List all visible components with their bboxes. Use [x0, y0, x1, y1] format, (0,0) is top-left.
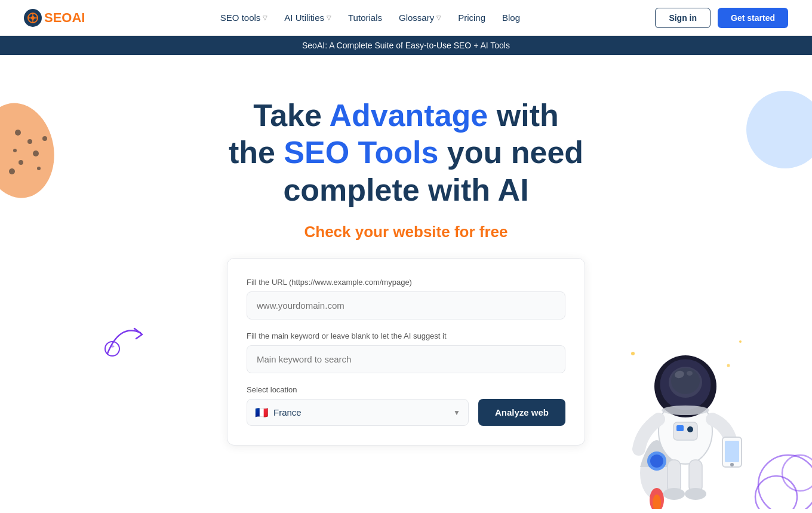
blob-top-right	[746, 91, 812, 168]
chevron-down-icon: ▽	[263, 14, 267, 21]
nav-pricing[interactable]: Pricing	[458, 13, 485, 23]
svg-point-8	[19, 160, 23, 165]
nav-glossary[interactable]: Glossary ▽	[399, 13, 441, 23]
hero-title: Take Advantage with the SEO Tools you ne…	[229, 97, 583, 208]
svg-rect-33	[725, 441, 739, 462]
svg-point-28	[671, 368, 700, 394]
astronaut-illustration	[597, 246, 764, 509]
keyword-input[interactable]	[247, 345, 565, 373]
chevron-down-icon: ▽	[327, 14, 331, 21]
svg-point-15	[782, 455, 812, 491]
svg-point-41	[727, 364, 730, 367]
keyword-field-label: Fill the main keyword or leave blank to …	[247, 331, 565, 340]
svg-rect-35	[668, 460, 681, 493]
svg-point-38	[685, 488, 706, 500]
nav-ai-utilities[interactable]: AI Utilities ▽	[284, 13, 331, 23]
svg-point-10	[9, 168, 15, 174]
svg-point-7	[33, 150, 39, 156]
decorative-dots	[6, 121, 54, 180]
logo-icon	[24, 9, 42, 27]
get-started-button[interactable]: Get started	[718, 8, 788, 28]
nav-links: SEO tools ▽ AI Utilities ▽ Tutorials Glo…	[220, 13, 520, 23]
url-input[interactable]	[247, 291, 565, 320]
url-field-label: Fill the URL (https://www.example.com/my…	[247, 278, 565, 287]
signin-button[interactable]: Sign in	[655, 8, 710, 28]
svg-point-34	[730, 463, 734, 466]
svg-rect-36	[689, 460, 702, 493]
nav-seo-tools[interactable]: SEO tools ▽	[220, 13, 268, 23]
analyze-button[interactable]: Analyze web	[478, 399, 565, 426]
svg-point-39	[631, 352, 635, 355]
nav-tutorials[interactable]: Tutorials	[348, 13, 382, 23]
svg-point-37	[663, 488, 685, 500]
hero-subtitle: Check your website for free	[304, 223, 508, 241]
navbar: SEOAI SEO tools ▽ AI Utilities ▽ Tutoria…	[0, 0, 812, 36]
svg-point-20	[650, 454, 663, 468]
analysis-form-card: Fill the URL (https://www.example.com/my…	[227, 258, 585, 446]
logo-text: SEOAI	[44, 10, 85, 26]
svg-rect-23	[676, 425, 684, 431]
location-select[interactable]: France United States United Kingdom Germ…	[247, 399, 469, 426]
location-field-label: Select location	[247, 385, 565, 394]
svg-point-31	[662, 406, 709, 415]
svg-point-30	[687, 371, 693, 376]
svg-point-6	[13, 149, 17, 152]
svg-point-11	[42, 136, 47, 141]
ticker-bar: SeoAI: A Complete Suite of Easy-to-Use S…	[0, 36, 812, 55]
main-content: Take Advantage with the SEO Tools you ne…	[0, 55, 812, 509]
nav-blog[interactable]: Blog	[502, 13, 520, 23]
logo[interactable]: SEOAI	[24, 9, 85, 27]
arrow-decoration	[102, 318, 149, 365]
svg-point-5	[27, 139, 32, 144]
location-select-wrap: 🇫🇷 France United States United Kingdom G…	[247, 399, 469, 426]
chevron-down-icon: ▽	[436, 14, 441, 21]
nav-actions: Sign in Get started	[655, 8, 788, 28]
svg-point-40	[739, 340, 742, 343]
location-analyze-row: 🇫🇷 France United States United Kingdom G…	[247, 399, 565, 426]
svg-point-9	[37, 167, 41, 170]
svg-rect-22	[673, 422, 697, 440]
svg-point-4	[15, 130, 21, 136]
svg-point-24	[687, 426, 693, 432]
